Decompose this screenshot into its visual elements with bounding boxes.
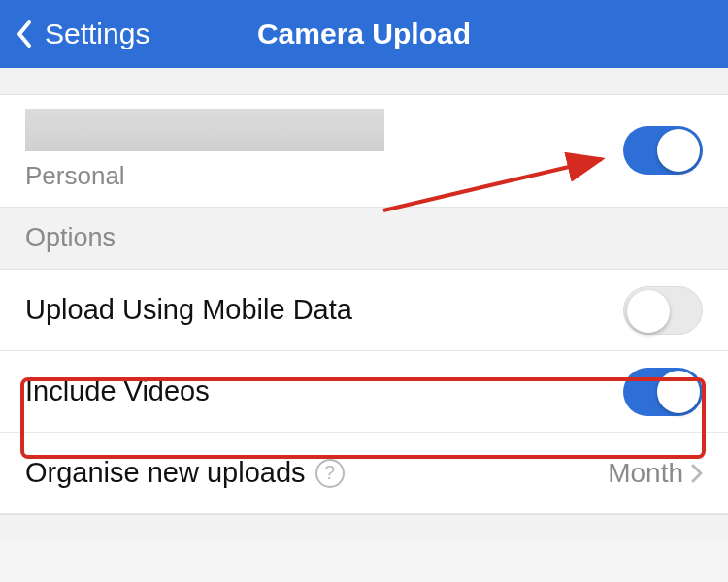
organise-uploads-value: Month <box>608 458 683 489</box>
account-row: Personal <box>0 95 728 208</box>
upload-mobile-label: Upload Using Mobile Data <box>25 294 352 326</box>
bottom-gap <box>0 514 728 541</box>
camera-upload-toggle[interactable] <box>623 126 703 175</box>
organise-uploads-value-wrap: Month <box>608 458 703 489</box>
include-videos-label: Include Videos <box>25 375 210 407</box>
options-section-header: Options <box>0 208 728 270</box>
include-videos-toggle[interactable] <box>623 368 703 416</box>
organise-uploads-label: Organise new uploads <box>25 457 306 489</box>
upload-mobile-toggle[interactable] <box>623 286 703 335</box>
chevron-right-icon <box>691 464 703 483</box>
back-button[interactable]: Settings <box>16 17 149 50</box>
help-icon[interactable]: ? <box>315 459 345 488</box>
organise-uploads-row[interactable]: Organise new uploads ? Month <box>0 433 728 514</box>
section-gap <box>0 68 728 95</box>
header-bar: Settings Camera Upload <box>0 0 728 68</box>
account-name-redacted <box>25 109 384 151</box>
chevron-left-icon <box>16 19 33 48</box>
upload-mobile-row: Upload Using Mobile Data <box>0 270 728 351</box>
account-type-label: Personal <box>25 161 384 191</box>
include-videos-row: Include Videos <box>0 351 728 433</box>
back-label: Settings <box>45 17 149 50</box>
